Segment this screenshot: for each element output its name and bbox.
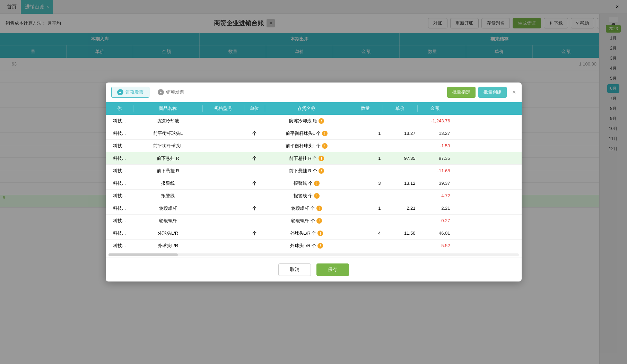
row-company: 科技... bbox=[106, 218, 133, 224]
tab-incoming-invoice[interactable]: ● 进项发票 bbox=[111, 87, 149, 98]
row-product: 轮毂螺杆 bbox=[133, 205, 203, 211]
row-product: 前下悬挂 R bbox=[133, 168, 203, 174]
row-amount: -5.52 bbox=[418, 243, 452, 248]
warning-icon: ! bbox=[319, 156, 324, 161]
row-unit: 个 bbox=[244, 155, 265, 162]
row-company: 科技... bbox=[106, 193, 133, 199]
row-company: 科技... bbox=[106, 168, 133, 174]
row-company: 科技... bbox=[106, 118, 133, 124]
dialog-rows-container: 科技... 防冻冷却液 防冻冷却液 瓶 ! -1,243.76 科技... 前平… bbox=[106, 115, 522, 252]
row-unit: 个 bbox=[244, 205, 265, 211]
table-row[interactable]: 科技... 轮毂螺杆 轮毂螺杆 个 ! -0.27 bbox=[106, 215, 522, 227]
modal-overlay: ● 进项发票 ● 销项发票 批量指定 批量创建 × 你 商品名称 规格型号 单位… bbox=[0, 0, 627, 364]
table-row[interactable]: 科技... 前下悬挂 R 前下悬挂 R 个 ! -11.68 bbox=[106, 165, 522, 177]
row-quantity: 4 bbox=[348, 231, 383, 236]
row-product: 报警线 bbox=[133, 180, 203, 187]
row-product: 外球头L/R bbox=[133, 243, 203, 249]
row-amount: -1.59 bbox=[418, 143, 452, 148]
warning-icon: ! bbox=[322, 131, 328, 136]
row-price: 11.50 bbox=[383, 231, 418, 236]
row-quantity: 1 bbox=[348, 206, 383, 211]
dialog-footer: 取消 保存 bbox=[106, 258, 522, 281]
dialog-header: ● 进项发票 ● 销项发票 批量指定 批量创建 × bbox=[106, 83, 522, 102]
row-amount: 46.01 bbox=[418, 231, 452, 236]
row-company: 科技... bbox=[106, 205, 133, 211]
row-unit: 个 bbox=[244, 180, 265, 187]
row-amount: -1,243.76 bbox=[418, 118, 452, 123]
row-product: 前平衡杆球头L bbox=[133, 143, 203, 149]
row-inventory: 外球头L/R 个 ! bbox=[265, 243, 348, 249]
row-inventory: 前平衡杆球头L 个 ! bbox=[265, 130, 348, 137]
row-price: 2.21 bbox=[383, 206, 418, 211]
warning-icon: ! bbox=[314, 193, 320, 199]
warning-icon: ! bbox=[319, 168, 324, 174]
table-row[interactable]: 科技... 报警线 个 报警线 个 ! 3 13.12 39.37 bbox=[106, 177, 522, 190]
table-row[interactable]: 科技... 外球头L/R 外球头L/R 个 ! -5.52 bbox=[106, 240, 522, 252]
row-inventory: 报警线 个 ! bbox=[265, 180, 348, 187]
table-row[interactable]: 科技... 外球头L/R 个 外球头L/R 个 ! 4 11.50 46.01 bbox=[106, 227, 522, 240]
dialog: ● 进项发票 ● 销项发票 批量指定 批量创建 × 你 商品名称 规格型号 单位… bbox=[106, 83, 522, 281]
row-inventory: 外球头L/R 个 ! bbox=[265, 230, 348, 236]
batch-assign-button[interactable]: 批量指定 bbox=[447, 87, 476, 98]
row-amount: 97.35 bbox=[418, 156, 452, 161]
warning-icon: ! bbox=[317, 231, 323, 236]
save-button[interactable]: 保存 bbox=[316, 263, 349, 276]
scrollbar-thumb[interactable] bbox=[108, 253, 178, 256]
row-company: 科技... bbox=[106, 143, 133, 149]
row-product: 报警线 bbox=[133, 193, 203, 199]
col-header-product: 商品名称 bbox=[133, 105, 203, 112]
warning-icon: ! bbox=[322, 143, 328, 149]
row-product: 外球头L/R bbox=[133, 230, 203, 236]
warning-icon: ! bbox=[316, 206, 322, 211]
row-inventory: 轮毂螺杆 个 ! bbox=[265, 218, 348, 224]
row-company: 科技... bbox=[106, 130, 133, 137]
col-header-spec: 规格型号 bbox=[203, 105, 244, 112]
row-price: 13.27 bbox=[383, 131, 418, 136]
col-header-unit: 单位 bbox=[244, 105, 265, 112]
col-header-inventory: 存货名称 bbox=[265, 105, 348, 112]
tab-outgoing-invoice[interactable]: ● 销项发票 bbox=[152, 87, 190, 97]
row-amount: -11.68 bbox=[418, 168, 452, 173]
row-amount: 39.37 bbox=[418, 181, 452, 186]
row-amount: 2.21 bbox=[418, 206, 452, 211]
row-company: 科技... bbox=[106, 243, 133, 249]
row-inventory: 轮毂螺杆 个 ! bbox=[265, 205, 348, 211]
incoming-tab-icon: ● bbox=[117, 89, 123, 95]
col-header-quantity: 数量 bbox=[348, 105, 383, 112]
col-header-price: 单价 bbox=[383, 105, 418, 112]
table-row[interactable]: 科技... 前平衡杆球头L 个 前平衡杆球头L 个 ! 1 13.27 13.2… bbox=[106, 127, 522, 140]
batch-create-button[interactable]: 批量创建 bbox=[478, 87, 507, 98]
dialog-header-right: 批量指定 批量创建 × bbox=[447, 87, 516, 98]
row-product: 轮毂螺杆 bbox=[133, 218, 203, 224]
col-header-amount: 金额 bbox=[418, 105, 452, 112]
row-inventory: 前下悬挂 R 个 ! bbox=[265, 168, 348, 174]
warning-icon: ! bbox=[316, 218, 322, 224]
row-quantity: 1 bbox=[348, 156, 383, 161]
row-inventory: 前下悬挂 R 个 ! bbox=[265, 155, 348, 162]
row-quantity: 1 bbox=[348, 131, 383, 136]
row-inventory: 前平衡杆球头L 个 ! bbox=[265, 143, 348, 149]
row-unit: 个 bbox=[244, 130, 265, 137]
row-company: 科技... bbox=[106, 230, 133, 236]
warning-icon: ! bbox=[314, 181, 320, 186]
row-inventory: 防冻冷却液 瓶 ! bbox=[265, 118, 348, 124]
dialog-col-header-row: 你 商品名称 规格型号 单位 存货名称 数量 单价 金额 bbox=[106, 102, 522, 115]
row-unit: 个 bbox=[244, 230, 265, 236]
table-row[interactable]: 科技... 报警线 报警线 个 ! -4.72 bbox=[106, 190, 522, 202]
cancel-button[interactable]: 取消 bbox=[278, 263, 311, 276]
table-row[interactable]: 科技... 轮毂螺杆 个 轮毂螺杆 个 ! 1 2.21 2.21 bbox=[106, 202, 522, 215]
row-product: 前下悬挂 R bbox=[133, 155, 203, 162]
table-row[interactable]: 科技... 前平衡杆球头L 前平衡杆球头L 个 ! -1.59 bbox=[106, 140, 522, 152]
warning-icon: ! bbox=[319, 118, 324, 124]
outgoing-tab-icon: ● bbox=[158, 89, 164, 95]
horizontal-scrollbar[interactable] bbox=[108, 253, 519, 256]
table-row[interactable]: 科技... 前下悬挂 R 个 前下悬挂 R 个 ! 1 97.35 97.35 bbox=[106, 152, 522, 165]
dialog-table: 你 商品名称 规格型号 单位 存货名称 数量 单价 金额 科技... 防冻冷却液… bbox=[106, 102, 522, 258]
row-product: 防冻冷却液 bbox=[133, 118, 203, 124]
dialog-close-button[interactable]: × bbox=[512, 89, 516, 96]
row-product: 前平衡杆球头L bbox=[133, 130, 203, 137]
row-price: 13.12 bbox=[383, 181, 418, 186]
row-price: 97.35 bbox=[383, 156, 418, 161]
table-row[interactable]: 科技... 防冻冷却液 防冻冷却液 瓶 ! -1,243.76 bbox=[106, 115, 522, 127]
row-amount: -0.27 bbox=[418, 218, 452, 223]
